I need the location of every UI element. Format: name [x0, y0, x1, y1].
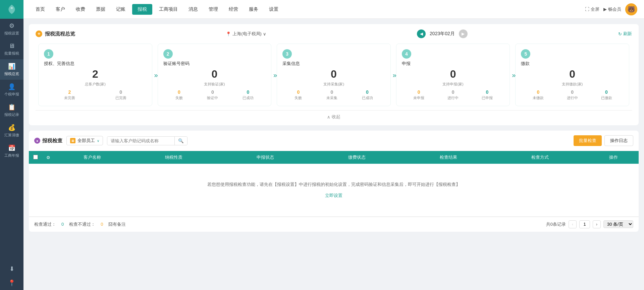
- step4-stat-1: 0 进行中: [447, 89, 459, 100]
- check-title: ● 报税检查: [34, 138, 62, 144]
- filter-method-icon[interactable]: ▼: [551, 156, 554, 159]
- step4-stat-0: 0 未申报: [413, 89, 424, 100]
- step5-stat-2: 0 已缴款: [601, 89, 612, 100]
- has-note: 囧有备注: [108, 221, 126, 227]
- s5-v2: 0: [605, 89, 608, 95]
- table-settings-icon[interactable]: ⚙: [46, 155, 50, 160]
- th-declare-status: 申报状态 ▼: [222, 151, 314, 164]
- overview-plus-icon: ＋: [36, 30, 42, 37]
- overview-nav: ◀ 2023年02月 ▶: [417, 29, 468, 38]
- sidebar-item-batch-tax[interactable]: 🖥 批量报税: [0, 39, 23, 59]
- step-bignum-3: 0: [282, 68, 385, 80]
- nav-tax[interactable]: 报税: [132, 4, 152, 15]
- logo[interactable]: [0, 0, 23, 19]
- step-stats-1: 2 未完善 0 已完善: [44, 89, 147, 100]
- nav-business[interactable]: 工商项目: [154, 0, 183, 19]
- topnav-items: 首页 客户 收费 票据 记账 报税 工商项目 消息 管理 经营 服务 设置: [30, 0, 585, 19]
- avatar[interactable]: 🐻: [625, 3, 637, 15]
- th-check-result: 检查结果 ▼: [405, 151, 497, 164]
- pass-count[interactable]: 0: [61, 222, 64, 227]
- sidebar-item-location[interactable]: 📍: [0, 276, 23, 290]
- s2-v2: 0: [247, 89, 250, 95]
- page-input[interactable]: [579, 220, 590, 228]
- filter-result-icon[interactable]: ▼: [459, 156, 463, 159]
- fullscreen-button[interactable]: ⛶ 全屏: [585, 6, 599, 12]
- nav-customer[interactable]: 客户: [50, 0, 70, 19]
- employee-filter[interactable]: ▦ 全部员工 ∨: [66, 136, 103, 145]
- setup-link[interactable]: 立即设置: [325, 193, 342, 198]
- refresh-button[interactable]: ↻ 刷新: [618, 31, 632, 37]
- member-button[interactable]: ▶ 畅会员: [603, 6, 621, 12]
- select-all-checkbox[interactable]: [33, 155, 38, 159]
- nav-accounting[interactable]: 记账: [111, 0, 131, 19]
- step4-stat-2: 0 已申报: [482, 89, 493, 100]
- s2-v0: 0: [178, 89, 180, 95]
- nav-invoices[interactable]: 票据: [91, 0, 111, 19]
- sidebar-item-clearance[interactable]: 💰 汇算清缴: [0, 121, 23, 141]
- nav-operations[interactable]: 经营: [223, 0, 244, 19]
- filter-payment-icon[interactable]: ▼: [368, 156, 371, 159]
- check-circle-icon: ●: [34, 138, 40, 144]
- check-table: ⚙ 客户名称 纳税性质 ▼ 申报状态 ▼: [29, 151, 639, 217]
- step-stats-3: 0 失败 0 未采集 0 已成功: [282, 89, 385, 100]
- step-bignum-1: 2: [44, 68, 147, 80]
- step-card-3: 3 采集信息 0 支持采集(家) 0 失败 0 未采集: [277, 44, 391, 106]
- step-num-5: 5: [521, 49, 530, 59]
- s3-v2: 0: [366, 89, 369, 95]
- table-container: ⚙ 客户名称 纳税性质 ▼ 申报状态 ▼: [29, 151, 639, 217]
- nav-management[interactable]: 管理: [203, 0, 223, 19]
- filter-declare-icon[interactable]: ▼: [276, 156, 279, 159]
- s4-v0: 0: [418, 89, 420, 95]
- nav-services[interactable]: 服务: [244, 0, 264, 19]
- personal-tax-icon: 👤: [8, 83, 15, 90]
- sidebar-item-tax-record[interactable]: 📋 报税记录: [0, 100, 23, 121]
- sidebar-item-personal-tax[interactable]: 👤 个税申报: [0, 80, 23, 100]
- s3-v0: 0: [297, 89, 300, 95]
- overview-location[interactable]: 📍 上海(电子税局) ∨: [226, 31, 266, 37]
- topnav: 首页 客户 收费 票据 记账 报税 工商项目 消息 管理 经营 服务 设置 ⛶ …: [23, 0, 644, 19]
- batch-check-button[interactable]: 批量检查: [574, 135, 602, 146]
- step2-stat-0: 0 失败: [175, 89, 183, 100]
- play-icon: ▶: [603, 7, 607, 12]
- next-month-button[interactable]: ▶: [459, 29, 468, 38]
- step-num-4: 4: [402, 49, 411, 59]
- prev-month-button[interactable]: ◀: [417, 29, 426, 38]
- tax-settings-icon: ⚙: [9, 22, 14, 29]
- search-input[interactable]: [107, 137, 174, 145]
- s5-v0: 0: [537, 89, 539, 95]
- nav-fees[interactable]: 收费: [70, 0, 91, 19]
- nav-settings[interactable]: 设置: [264, 0, 284, 19]
- prev-page-button[interactable]: ‹: [569, 220, 577, 228]
- step5-stat-0: 0 未缴款: [533, 89, 544, 100]
- page-size-select[interactable]: 30 条/页 50 条/页 100 条/页: [603, 220, 633, 228]
- sidebar: ⚙ 报税设置 🖥 批量报税 📊 报税总览 👤 个税申报 📋 报税记录 💰 汇算清…: [0, 0, 23, 290]
- total-records: 共0条记录: [546, 221, 566, 227]
- filter-nature-icon[interactable]: ▼: [184, 156, 187, 159]
- th-settings: ⚙: [42, 151, 54, 164]
- location-icon: 📍: [8, 279, 15, 287]
- step-stat-complete: 0 已完善: [115, 89, 126, 100]
- nav-home[interactable]: 首页: [30, 0, 50, 19]
- s5-v1: 0: [571, 89, 574, 95]
- step3-stat-1: 0 未采集: [326, 89, 337, 100]
- sidebar-item-annual-report[interactable]: 📅 工商年报: [0, 141, 23, 161]
- operation-log-button[interactable]: 操作日志: [604, 135, 633, 146]
- incomplete-val: 2: [68, 89, 71, 95]
- download-icon: ⬇: [9, 265, 14, 273]
- sidebar-item-tax-overview[interactable]: 📊 报税总览: [0, 59, 23, 80]
- content-area: ＋ 报税流程总览 📍 上海(电子税局) ∨ ◀ 2023年02月 ▶ ↻ 刷新: [23, 19, 644, 290]
- nav-messages[interactable]: 消息: [183, 0, 203, 19]
- fail-count[interactable]: 0: [101, 222, 103, 227]
- search-button[interactable]: 🔍: [174, 137, 187, 145]
- step-arrow-4: »: [512, 71, 516, 79]
- next-page-button[interactable]: ›: [593, 220, 601, 228]
- location-pin-icon: 📍: [226, 31, 231, 37]
- empty-message: 若您想使用报税检查功能，请先在【报税设置】中进行报税的初始化设置，完成密码验证和…: [33, 167, 635, 213]
- check-header: ● 报税检查 ▦ 全部员工 ∨ 🔍 批量检查 操作日志: [29, 131, 639, 151]
- collapse-button[interactable]: ∧ 收起: [327, 114, 340, 120]
- sidebar-item-download[interactable]: ⬇: [0, 262, 23, 276]
- sidebar-item-tax-settings[interactable]: ⚙ 报税设置: [0, 19, 23, 39]
- th-checkbox: [29, 151, 42, 164]
- step-title-1: 授权、完善信息: [44, 61, 147, 67]
- th-operations: 操作: [589, 151, 639, 164]
